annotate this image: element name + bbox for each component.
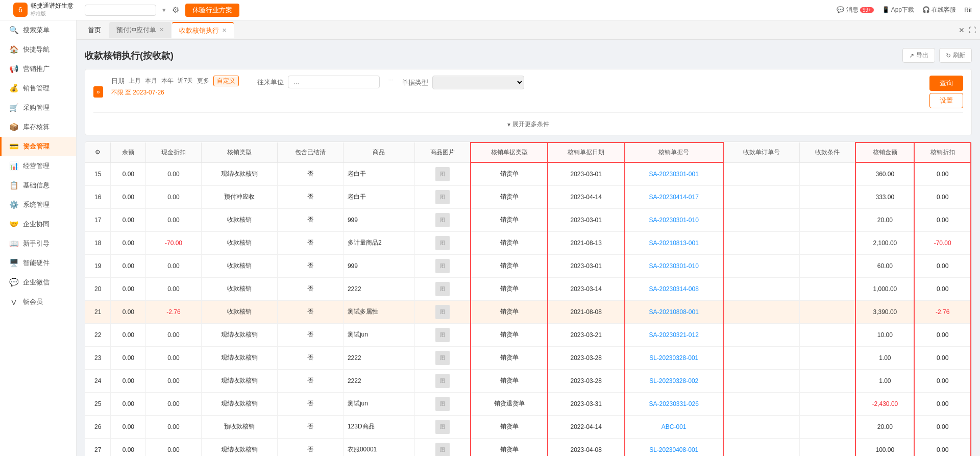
last-month-link[interactable]: 上月: [129, 77, 141, 85]
sidebar-item-sales[interactable]: 💰 销售管理: [0, 79, 76, 98]
cell-seq: 24: [85, 369, 111, 392]
cell-cancel-amount: 10.00: [855, 323, 914, 346]
logo-text: 畅捷通谱好生意 标准版: [31, 2, 74, 17]
tab-prepay[interactable]: 预付冲应付单 ✕: [109, 22, 171, 38]
cell-doc-no[interactable]: SA-20230301-010: [625, 208, 723, 231]
cell-doc-no[interactable]: SL-20230408-001: [625, 438, 723, 456]
cell-doc-type: 销货退货单: [471, 392, 548, 415]
cell-goods-image: 图: [415, 208, 471, 231]
col-gear[interactable]: ⚙: [85, 142, 111, 162]
sidebar-item-system[interactable]: ⚙️ 系统管理: [0, 195, 76, 214]
this-year-link[interactable]: 本年: [161, 77, 174, 85]
cell-doc-no[interactable]: SL-20230328-002: [625, 369, 723, 392]
table-row: 22 0.00 0.00 现结收款核销 否 测试jun 图 销货单 2023-0…: [85, 323, 971, 346]
user-name[interactable]: Rit: [964, 7, 972, 14]
export-button[interactable]: ↗ 导出: [902, 48, 935, 63]
more-link[interactable]: 更多: [197, 77, 209, 85]
cell-include-settled: 否: [277, 231, 343, 254]
cell-doc-no[interactable]: SA-20230314-008: [625, 277, 723, 300]
cell-doc-type: 销货单: [471, 162, 548, 185]
sidebar-item-marketing[interactable]: 📢 营销推广: [0, 59, 76, 79]
cell-doc-type: 销货单: [471, 300, 548, 323]
cell-seq: 20: [85, 277, 111, 300]
cell-goods: 2222: [343, 369, 414, 392]
solution-button[interactable]: 休验行业方案: [185, 4, 239, 17]
cell-receipt-condition: [800, 438, 856, 456]
cell-cash-discount: 0.00: [146, 392, 202, 415]
cell-doc-date: 2023-03-01: [548, 254, 625, 277]
sidebar-item-collab[interactable]: 🤝 企业协同: [0, 214, 76, 234]
tab-receipt[interactable]: 收款核销执行 ✕: [172, 22, 234, 38]
this-month-link[interactable]: 本月: [145, 77, 157, 85]
col-doc-type: 核销单据类型: [471, 142, 548, 162]
sidebar-item-purchase[interactable]: 🛒 采购管理: [0, 98, 76, 117]
custom-link[interactable]: 自定义: [213, 76, 239, 86]
cell-receipt-condition: [800, 254, 856, 277]
expand-conditions-btn[interactable]: ▾ 展开更多条件: [507, 120, 549, 129]
sidebar-item-operation[interactable]: 📊 经营管理: [0, 156, 76, 176]
tab-close-all-button[interactable]: ✕: [959, 26, 965, 34]
cell-doc-type: 销货单: [471, 438, 548, 456]
last7-link[interactable]: 近7天: [178, 77, 193, 85]
sidebar-item-quick-nav[interactable]: 🏠 快捷导航: [0, 40, 76, 59]
cell-doc-date: 2023-03-14: [548, 277, 625, 300]
sidebar-item-inventory[interactable]: 📦 库存核算: [0, 117, 76, 137]
search-icon: 🔍: [9, 26, 19, 35]
cell-cancel-type: 收款核销: [201, 254, 277, 277]
app-download[interactable]: 📱 App下载: [882, 6, 914, 14]
main-content: 首页 预付冲应付单 ✕ 收款核销执行 ✕ ✕ ⛶ 收款核销执行(按收款): [77, 20, 980, 456]
settings-button[interactable]: 设置: [929, 93, 963, 108]
cell-seq: 17: [85, 208, 111, 231]
book-icon: 📖: [9, 239, 19, 248]
cell-receipt-order-no: [723, 254, 800, 277]
cell-doc-no[interactable]: SA-20230331-026: [625, 392, 723, 415]
cell-doc-no[interactable]: SA-20230301-001: [625, 162, 723, 185]
cell-include-settled: 否: [277, 185, 343, 208]
query-button[interactable]: 查询: [929, 76, 963, 91]
filter-collapse-btn[interactable]: »: [93, 86, 103, 98]
cell-doc-date: 2023-04-08: [548, 438, 625, 456]
cell-doc-no[interactable]: SA-20230414-017: [625, 185, 723, 208]
sidebar-item-basic[interactable]: 📋 基础信息: [0, 176, 76, 195]
cell-doc-no[interactable]: SA-20230301-010: [625, 254, 723, 277]
sidebar-item-guide[interactable]: 📖 新手引导: [0, 234, 76, 253]
supplier-input[interactable]: [288, 76, 380, 88]
sidebar: 🔍 搜索菜单 🏠 快捷导航 📢 营销推广 💰 销售管理 🛒 采购管理 📦 库存核…: [0, 20, 77, 456]
search-top-input[interactable]: [85, 5, 156, 16]
cell-doc-no[interactable]: SA-20230321-012: [625, 323, 723, 346]
tab-close-prepay[interactable]: ✕: [159, 27, 164, 33]
sidebar-item-finance[interactable]: 💳 资金管理: [0, 137, 76, 156]
sidebar-item-wechat[interactable]: 💬 企业微信: [0, 273, 76, 292]
col-balance: 余额: [111, 142, 146, 162]
handshake-icon: 🤝: [9, 220, 19, 229]
page-header: 收款核销执行(按收款) ↗ 导出 ↻ 刷新: [85, 48, 972, 63]
cell-cancel-type: 预付冲应收: [201, 185, 277, 208]
tab-home[interactable]: 首页: [81, 22, 108, 38]
messages-area[interactable]: 💬 消息 99+: [837, 6, 874, 14]
date-range-display: 不限 至 2023-07-26: [111, 88, 239, 97]
cell-doc-no[interactable]: SA-20210813-001: [625, 231, 723, 254]
gear-icon[interactable]: ⚙: [172, 5, 179, 15]
cell-balance: 0.00: [111, 254, 146, 277]
cell-doc-no[interactable]: SL-20230328-001: [625, 346, 723, 369]
sidebar-item-hardware[interactable]: 🖥️ 智能硬件: [0, 253, 76, 273]
cell-doc-no[interactable]: ABC-001: [625, 415, 723, 438]
doc-type-select[interactable]: [432, 76, 524, 89]
cell-cancel-amount: 3,390.00: [855, 300, 914, 323]
cell-cancel-discount: 0.00: [914, 277, 971, 300]
cell-doc-no[interactable]: SA-20210808-001: [625, 300, 723, 323]
sidebar-item-vip[interactable]: V 畅会员: [0, 292, 76, 311]
dropdown-icon[interactable]: ▾: [162, 6, 166, 14]
col-receipt-order-no: 收款单订单号: [723, 142, 800, 162]
refresh-button[interactable]: ↻ 刷新: [939, 48, 972, 63]
cell-balance: 0.00: [111, 231, 146, 254]
page-title: 收款核销执行(按收款): [85, 50, 174, 62]
tab-expand-button[interactable]: ⛶: [969, 26, 976, 34]
megaphone-icon: 📢: [9, 64, 19, 74]
cell-doc-type: 销货单: [471, 185, 548, 208]
cell-receipt-order-no: [723, 162, 800, 185]
sidebar-item-search[interactable]: 🔍 搜索菜单: [0, 20, 76, 40]
tab-close-receipt[interactable]: ✕: [222, 27, 227, 34]
online-support[interactable]: 🎧 在线客服: [922, 6, 956, 14]
cell-cancel-type: 现结收款核销: [201, 162, 277, 185]
